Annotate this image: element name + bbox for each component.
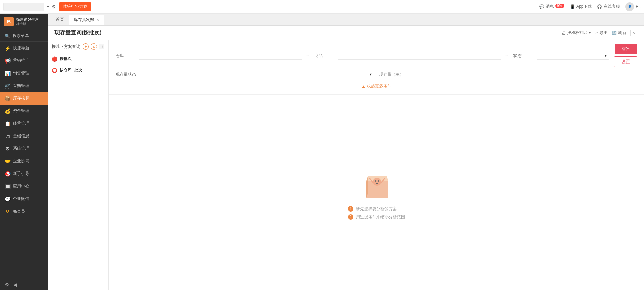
message-icon: 💬 (539, 4, 544, 9)
online-service-item[interactable]: 🎧 在线客服 (597, 4, 620, 10)
plan-item-batch[interactable]: 🔴 按批次 (48, 53, 108, 65)
collapse-icon[interactable]: ◀ (13, 282, 17, 287)
print-dropdown-icon[interactable]: ▾ (589, 31, 591, 35)
warehouse-input[interactable] (139, 52, 302, 60)
sidebar-item-member[interactable]: V 畅会员 (0, 205, 48, 218)
empty-steps: 1 请先选择要分析的方案 2 用过滤条件来缩小分析范围 (348, 205, 405, 221)
sidebar-item-basic[interactable]: 🗂 基础信息 (0, 130, 48, 142)
app-download-item[interactable]: 📱 App下载 (570, 4, 592, 10)
sidebar-item-collab[interactable]: 🤝 企业协同 (0, 155, 48, 167)
svg-point-4 (373, 178, 381, 186)
export-label: 导出 (599, 30, 608, 36)
print-icon: 🖨 (562, 31, 566, 35)
sidebar: B 畅康通好生意 标准版 🔍 搜索菜单 ⚡ 快捷导航 📢 营销推广 📊 销售管理… (0, 14, 48, 290)
filter-row-2: 现存量状态 ▾ 现存量（主） — (116, 71, 637, 78)
headset-icon: 🎧 (597, 4, 602, 9)
plan-item-warehouse-batch[interactable]: ⭕ 按仓库+批次 (48, 65, 108, 76)
stock-status-select[interactable]: ▾ (139, 71, 374, 78)
user-profile[interactable]: 👤 Rit (625, 2, 641, 11)
right-content: 仓库 ··· 商品 ··· 状态 (109, 40, 644, 290)
collapse-panel-button[interactable]: 《 (99, 44, 104, 49)
sidebar-item-operation[interactable]: 📋 经营管理 (0, 117, 48, 130)
marketing-icon: 📢 (5, 58, 10, 64)
plan-batch-icon: 🔴 (52, 56, 57, 62)
sidebar-item-marketing[interactable]: 📢 营销推广 (0, 54, 48, 67)
page-title: 现存量查询(按批次) (54, 29, 102, 36)
sidebar-item-label: 企业协同 (13, 158, 29, 164)
refresh-icon: 🔄 (612, 31, 617, 35)
inventory-icon: 📦 (5, 96, 10, 101)
warehouse-more[interactable]: ··· (306, 53, 309, 58)
member-icon: V (5, 209, 10, 214)
left-panel-actions: + ⚙ 《 (83, 43, 104, 50)
topbar: ▾ ⚙ 体验行业方案 💬 消息 99+ 📱 App下载 🎧 在线客服 👤 Rit (0, 0, 644, 14)
messages-badge: 99+ (555, 4, 564, 8)
basic-icon: 🗂 (5, 133, 10, 139)
stock-amount-max-input[interactable] (457, 71, 497, 78)
filter-section: 仓库 ··· 商品 ··· 状态 (109, 40, 644, 95)
content-area: 首页 库存批次账 ✕ 现存量查询(按批次) 🖨 按模板打印 ▾ ↗ 导出 (48, 14, 644, 290)
gear-icon[interactable]: ⚙ (52, 4, 56, 10)
product-input[interactable] (338, 52, 501, 60)
logo-text: 畅康通好生意 (16, 17, 39, 22)
tab-bar: 首页 库存批次账 ✕ (48, 14, 644, 26)
tab-close-icon[interactable]: ✕ (96, 18, 99, 22)
sidebar-item-sales[interactable]: 📊 销售管理 (0, 67, 48, 79)
export-icon: ↗ (595, 31, 598, 35)
settings-icon[interactable]: ⚙ (5, 282, 9, 287)
query-button[interactable]: 查询 (615, 44, 637, 54)
stock-amount-min-input[interactable] (406, 71, 447, 78)
filter-settings-button[interactable]: 设置 (614, 56, 637, 67)
stock-amount-label: 现存量（主） (379, 72, 404, 77)
system-icon: ⚙ (5, 146, 10, 151)
finance-icon: 💰 (5, 108, 10, 114)
settings-plan-button[interactable]: ⚙ (91, 43, 97, 50)
messages-item[interactable]: 💬 消息 99+ (539, 4, 564, 10)
page-content: 按以下方案查询 + ⚙ 《 🔴 按批次 ⭕ 按仓库+批次 (48, 40, 644, 290)
stock-status-filter: 现存量状态 ▾ (116, 71, 374, 78)
collapse-filter-btn[interactable]: ▲ 收起更多条件 (116, 82, 637, 90)
tab-inventory-batch[interactable]: 库存批次账 ✕ (69, 15, 104, 25)
dropdown-arrow[interactable]: ▾ (47, 4, 49, 9)
sidebar-item-inventory[interactable]: 📦 库存核算 (0, 92, 48, 105)
sidebar-search[interactable]: 🔍 搜索菜单 (0, 30, 48, 42)
appstore-icon: 🔲 (5, 184, 10, 189)
trial-button[interactable]: 体验行业方案 (59, 2, 91, 11)
empty-state: 1 请先选择要分析的方案 2 用过滤条件来缩小分析范围 (109, 95, 644, 290)
print-button[interactable]: 🖨 按模板打印 ▾ (562, 30, 591, 36)
sidebar-item-finance[interactable]: 💰 资金管理 (0, 105, 48, 117)
product-more[interactable]: ··· (505, 53, 508, 58)
sidebar-item-label: 资金管理 (13, 108, 29, 114)
online-service-label: 在线客服 (604, 4, 620, 10)
user-name: Rit (635, 4, 641, 9)
sidebar-item-system[interactable]: ⚙ 系统管理 (0, 142, 48, 155)
sidebar-item-purchase[interactable]: 🛒 采购管理 (0, 79, 48, 92)
sales-icon: 📊 (5, 71, 10, 76)
warehouse-label: 仓库 (116, 53, 136, 59)
sidebar-item-wechat[interactable]: 💬 企业微信 (0, 193, 48, 205)
add-plan-button[interactable]: + (83, 43, 89, 50)
tab-home-label: 首页 (56, 17, 64, 22)
plan-warehouse-batch-icon: ⭕ (52, 68, 57, 73)
product-filter: 商品 ··· (315, 52, 508, 60)
status-label: 状态 (513, 53, 534, 59)
sidebar-item-label: 基础信息 (13, 133, 29, 139)
sidebar-item-appstore[interactable]: 🔲 应用中心 (0, 180, 48, 193)
step-2-text: 用过滤条件来缩小分析范围 (356, 213, 405, 221)
main-layout: B 畅康通好生意 标准版 🔍 搜索菜单 ⚡ 快捷导航 📢 营销推广 📊 销售管理… (0, 14, 644, 290)
topbar-left: ▾ ⚙ 体验行业方案 (3, 2, 91, 11)
status-select[interactable]: ▾ (537, 52, 609, 60)
sidebar-item-newbie[interactable]: 🎯 新手引导 (0, 167, 48, 180)
empty-svg (359, 164, 397, 201)
left-panel: 按以下方案查询 + ⚙ 《 🔴 按批次 ⭕ 按仓库+批次 (48, 40, 109, 290)
svg-point-6 (378, 180, 379, 182)
left-panel-title: 按以下方案查询 (52, 44, 80, 50)
refresh-button[interactable]: 🔄 刷新 (612, 30, 626, 36)
phone-icon: 📱 (570, 4, 575, 9)
export-button[interactable]: ↗ 导出 (595, 30, 608, 36)
panel-close-button[interactable]: ✕ (630, 30, 637, 36)
newbie-icon: 🎯 (5, 171, 10, 177)
tab-home[interactable]: 首页 (51, 15, 69, 24)
step-2-num: 2 (348, 214, 353, 220)
sidebar-item-quick-nav[interactable]: ⚡ 快捷导航 (0, 42, 48, 54)
